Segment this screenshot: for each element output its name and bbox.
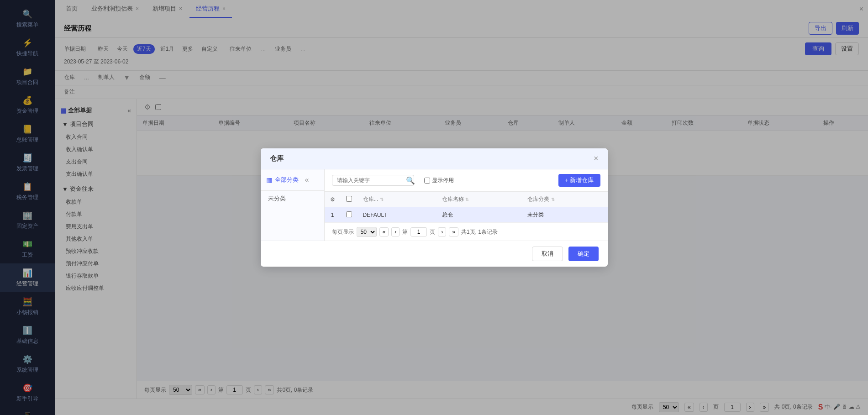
row-checkbox[interactable] [346, 211, 352, 217]
modal-left-item-uncategorized[interactable]: 未分类 [261, 191, 324, 206]
confirm-button[interactable]: 确定 [568, 247, 599, 261]
modal-page-unit: 页 [430, 228, 435, 236]
modal-left-header[interactable]: ▦ 全部分类 « [261, 169, 324, 191]
modal-footer: 取消 确定 [261, 241, 608, 267]
modal-table-row[interactable]: 1 DEFAULT 总仓 未分类 [325, 207, 608, 223]
sort-icon-code: ⇅ [380, 197, 384, 202]
modal-per-page-label: 每页显示 [332, 228, 354, 236]
row-code-cell: DEFAULT [358, 207, 437, 223]
modal-select-all[interactable] [346, 196, 352, 202]
modal-next-btn[interactable]: › [438, 227, 446, 236]
modal-table-header: ⚙ 仓库... ⇅ 仓库名称 ⇅ [325, 192, 608, 207]
modal-table-wrap: ⚙ 仓库... ⇅ 仓库名称 ⇅ [325, 192, 608, 223]
modal-first-btn[interactable]: « [379, 227, 389, 236]
modal-title: 仓库 [270, 154, 284, 163]
modal-search-input[interactable] [332, 175, 414, 186]
modal-left-panel: ▦ 全部分类 « 未分类 [261, 169, 325, 241]
cancel-button[interactable]: 取消 [532, 247, 563, 261]
grid-icon-modal: ▦ [266, 176, 272, 184]
row-check-cell[interactable] [341, 207, 358, 223]
modal-body: ▦ 全部分类 « 未分类 🔍 显示停用 + 新增 [261, 169, 608, 241]
modal-page-label: 第 [402, 228, 408, 236]
modal-col-check [341, 192, 358, 207]
add-warehouse-btn[interactable]: + 新增仓库 [558, 174, 600, 187]
modal-col-name: 仓库名称 ⇅ [437, 192, 522, 207]
sort-icon-name: ⇅ [465, 197, 469, 202]
modal-last-btn[interactable]: » [449, 227, 458, 236]
row-category-cell: 未分类 [522, 207, 607, 223]
row-name-cell: 总仓 [437, 207, 522, 223]
modal-pagination: 每页显示 50 « ‹ 第 页 › » 共1页, 1条记录 [325, 223, 608, 241]
modal-col-code: 仓库... ⇅ [358, 192, 437, 207]
modal-close-btn[interactable]: × [594, 154, 599, 163]
all-category-label: 全部分类 [275, 176, 299, 184]
modal-col-gear: ⚙ [325, 192, 341, 207]
show-disabled-checkbox[interactable] [424, 178, 430, 184]
modal-toolbar: 🔍 显示停用 + 新增仓库 [325, 169, 608, 192]
modal-prev-btn[interactable]: ‹ [391, 227, 400, 236]
modal-header: 仓库 × [261, 148, 608, 169]
row-gear-cell: 1 [325, 207, 341, 223]
modal-search-icon[interactable]: 🔍 [406, 176, 415, 185]
modal-page-input[interactable] [410, 227, 427, 236]
collapse-panel-btn[interactable]: « [301, 174, 313, 186]
modal-right-panel: 🔍 显示停用 + 新增仓库 ⚙ [325, 169, 608, 241]
warehouse-modal: 仓库 × ▦ 全部分类 « 未分类 🔍 [261, 148, 608, 267]
modal-per-page-select[interactable]: 50 [357, 227, 377, 237]
sort-icon-category: ⇅ [551, 197, 555, 202]
show-disabled-label[interactable]: 显示停用 [424, 177, 454, 184]
modal-total-label: 共1页, 1条记录 [461, 228, 498, 236]
modal-warehouse-table: ⚙ 仓库... ⇅ 仓库名称 ⇅ [325, 192, 608, 223]
modal-overlay: 仓库 × ▦ 全部分类 « 未分类 🔍 [0, 0, 868, 415]
modal-col-category: 仓库分类 ⇅ [522, 192, 607, 207]
